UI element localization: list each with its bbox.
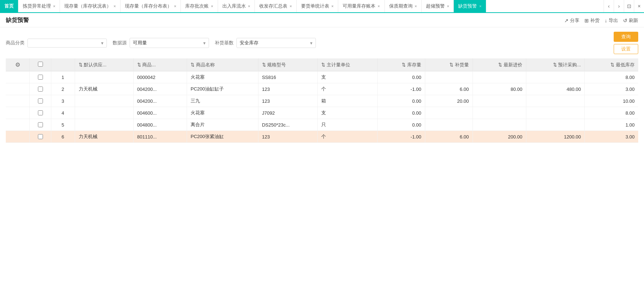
chevron-down-icon: ▾	[310, 40, 313, 46]
close-icon[interactable]: ×	[174, 4, 176, 8]
row-purchase	[526, 95, 584, 107]
export-button[interactable]: ↓ 导出	[605, 17, 618, 24]
th-name[interactable]: ⇅ 商品名称	[187, 58, 258, 71]
tab-shortage[interactable]: 缺货预警 ×	[454, 0, 486, 12]
category-select[interactable]: ▾	[27, 39, 107, 48]
row-check-cell[interactable]	[30, 119, 51, 131]
row-checkbox[interactable]	[38, 87, 43, 92]
filter-bar: 商品分类 ▾ 数据源 可用量 ▾ 补货基数 安全库存 ▾ 查询 设置	[0, 27, 644, 58]
close-icon[interactable]: ×	[479, 4, 481, 8]
row-settings-cell	[6, 131, 30, 143]
tab-label: 现存量（库存状况表）	[64, 3, 111, 9]
row-checkbox[interactable]	[38, 134, 43, 139]
gear-icon[interactable]: ⚙	[15, 62, 20, 68]
row-name: 火花塞	[187, 107, 258, 119]
tab-batch[interactable]: 库存批次账 ×	[181, 0, 218, 12]
share-icon: ↗	[564, 18, 569, 23]
refresh-button[interactable]: ↺ 刷新	[623, 17, 638, 24]
row-spec: J7092	[258, 107, 318, 119]
row-unit: 只	[318, 119, 378, 131]
th-code[interactable]: ⇅ 商品...	[133, 58, 187, 71]
row-name: 离合片	[187, 119, 258, 131]
row-name: 三九	[187, 95, 258, 107]
th-purchase[interactable]: ⇅ 预计采购...	[526, 58, 584, 71]
close-icon[interactable]: ×	[113, 4, 116, 8]
close-icon[interactable]: ×	[53, 4, 55, 8]
row-unit: 个	[318, 83, 378, 95]
share-button[interactable]: ↗ 分享	[564, 17, 579, 24]
row-checkbox[interactable]	[38, 122, 43, 127]
th-check[interactable]	[30, 58, 51, 71]
close-icon[interactable]: ×	[331, 4, 334, 8]
row-code: 0000042	[133, 71, 187, 83]
tab-restore-button[interactable]: ⊡	[624, 0, 634, 13]
tab-home[interactable]: 首页	[0, 0, 18, 12]
replenish-base-select[interactable]: 安全库存 ▾	[236, 38, 316, 48]
row-num: 2	[51, 83, 75, 95]
query-button[interactable]: 查询	[614, 32, 638, 42]
table-body: 1 0000042 火花塞 SS816 支 0.00 8.00 2 力天机械 0…	[6, 71, 638, 143]
replenish-label: 补货	[590, 17, 600, 24]
tab-label: 收发存汇总表	[259, 3, 287, 9]
tab-bar: 首页 拣货异常处理 × 现存量（库存状况表） × 现存量（库存分布表） × 库存…	[0, 0, 644, 13]
row-stock: 0.00	[378, 71, 425, 83]
sort-icon: ⇅	[402, 62, 407, 67]
th-supplier-label: ⇅	[79, 62, 84, 67]
tab-stock-status[interactable]: 现存量（库存状况表） ×	[60, 0, 120, 12]
row-name: PC200油缸缸子	[187, 83, 258, 95]
replenish-icon: ⊞	[584, 18, 589, 23]
th-minstock[interactable]: ⇅ 最低库存	[585, 58, 638, 71]
tab-stock-dist[interactable]: 现存量（库存分布表） ×	[121, 0, 181, 12]
tab-prev-button[interactable]: ‹	[604, 0, 614, 13]
th-replenish[interactable]: ⇅ 补货量	[425, 58, 473, 71]
row-checkbox[interactable]	[38, 98, 43, 103]
th-supplier[interactable]: ⇅ 默认供应...	[75, 58, 133, 71]
row-checkbox[interactable]	[38, 110, 43, 115]
th-settings[interactable]: ⚙	[6, 58, 30, 71]
row-check-cell[interactable]	[30, 107, 51, 119]
tab-next-button[interactable]: ›	[614, 0, 624, 13]
tab-nav-buttons: ‹ › ⊡ ×	[604, 0, 644, 13]
close-icon[interactable]: ×	[415, 4, 417, 8]
row-check-cell[interactable]	[30, 83, 51, 95]
sort-icon: ⇅	[610, 62, 616, 67]
row-check-cell[interactable]	[30, 131, 51, 143]
row-check-cell[interactable]	[30, 71, 51, 83]
tab-expiry[interactable]: 保质期查询 ×	[385, 0, 422, 12]
tab-inout[interactable]: 出入库流水 ×	[218, 0, 255, 12]
close-icon[interactable]: ×	[378, 4, 380, 8]
settings-button[interactable]: 设置	[614, 44, 638, 54]
row-spec: 123	[258, 131, 318, 143]
tab-abnormal[interactable]: 拣货异常处理 ×	[18, 0, 60, 12]
select-all-checkbox[interactable]	[38, 62, 43, 67]
datasource-select[interactable]: 可用量 ▾	[130, 38, 209, 48]
th-num	[51, 58, 75, 71]
row-purchase: 1200.00	[526, 131, 584, 143]
row-checkbox[interactable]	[38, 75, 43, 80]
close-icon[interactable]: ×	[211, 4, 213, 8]
row-code: 004600...	[133, 107, 187, 119]
row-replenish: 6.00	[425, 83, 473, 95]
tab-available[interactable]: 可用量库存账本 ×	[338, 0, 384, 12]
tab-overstock[interactable]: 超储预警 ×	[422, 0, 454, 12]
close-icon[interactable]: ×	[290, 4, 292, 8]
tab-home-label: 首页	[4, 3, 14, 9]
th-stock[interactable]: ⇅ 库存量	[378, 58, 425, 71]
close-icon[interactable]: ×	[248, 4, 250, 8]
row-minstock: 10.00	[585, 95, 638, 107]
row-check-cell[interactable]	[30, 95, 51, 107]
th-price[interactable]: ⇅ 最新进价	[473, 58, 526, 71]
row-supplier	[75, 71, 133, 83]
th-spec[interactable]: ⇅ 规格型号	[258, 58, 318, 71]
tab-label: 库存批次账	[185, 3, 209, 9]
th-unit[interactable]: ⇅ 主计量单位	[318, 58, 378, 71]
sort-icon: ⇅	[449, 62, 455, 67]
tab-label: 拣货异常处理	[23, 3, 51, 9]
tab-close-all-button[interactable]: ×	[634, 0, 644, 13]
row-replenish	[425, 107, 473, 119]
row-price	[473, 119, 526, 131]
close-icon[interactable]: ×	[447, 4, 449, 8]
replenish-button[interactable]: ⊞ 补货	[584, 17, 600, 24]
tab-collect[interactable]: 收发存汇总表 ×	[255, 0, 296, 12]
tab-demand[interactable]: 要货单统计表 ×	[297, 0, 338, 12]
